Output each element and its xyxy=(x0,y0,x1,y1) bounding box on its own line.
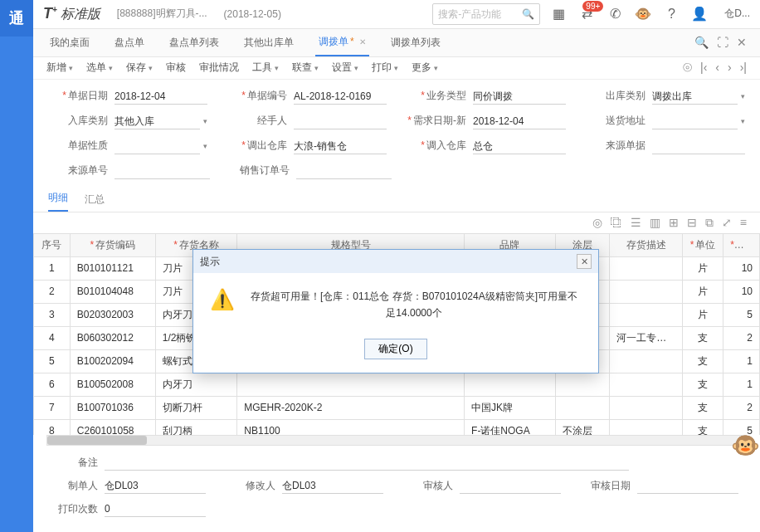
dialog-message: 存货超可用量！[仓库：011总仓 存货：B070101024A级精密筒夹]可用量… xyxy=(246,288,582,322)
dialog-close-button[interactable]: ✕ xyxy=(577,254,592,269)
dialog-mask: 提示 ✕ ⚠️ 存货超可用量！[仓库：011总仓 存货：B070101024A级… xyxy=(0,0,760,532)
dialog-ok-button[interactable]: 确定(O) xyxy=(364,339,426,359)
dialog-title-text: 提示 xyxy=(200,255,220,269)
float-assistant-icon[interactable]: 🐵 xyxy=(731,432,760,459)
alert-dialog: 提示 ✕ ⚠️ 存货超可用量！[仓库：011总仓 存货：B070101024A级… xyxy=(192,249,599,373)
dialog-titlebar[interactable]: 提示 ✕ xyxy=(193,250,598,273)
warning-icon: ⚠️ xyxy=(210,288,235,322)
